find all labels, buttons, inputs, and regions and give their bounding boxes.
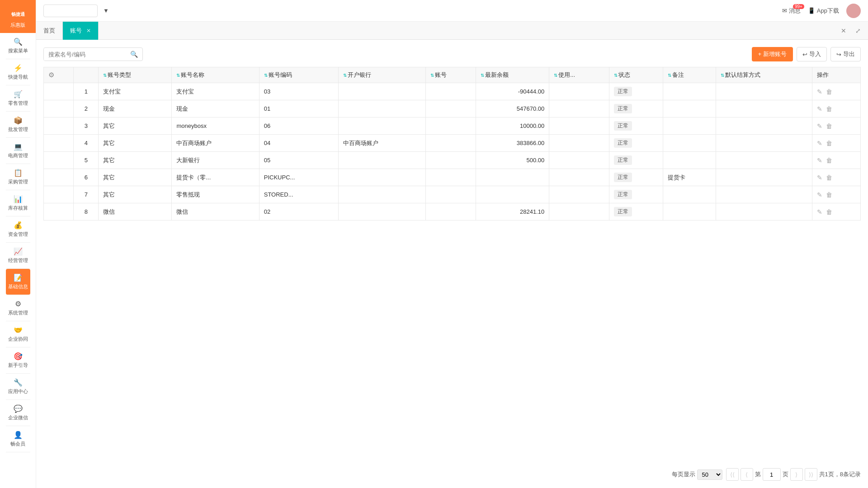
delete-icon[interactable]: 🗑 (826, 157, 832, 164)
delete-icon[interactable]: 🗑 (826, 191, 832, 198)
sidebar-item-shortcut[interactable]: ⚡ 快捷导航 (6, 59, 30, 85)
row-account (425, 152, 476, 169)
first-page-btn[interactable]: ⟨⟨ (726, 468, 739, 481)
status-badge: 正常 (614, 190, 632, 199)
edit-icon[interactable]: ✎ (817, 157, 822, 164)
sidebar-icon-wholesale: 📦 (14, 116, 23, 125)
delete-icon[interactable]: 🗑 (826, 88, 832, 95)
tab-account[interactable]: 账号✕ (63, 22, 99, 40)
header-search-input[interactable] (43, 5, 98, 17)
col-header-usage[interactable]: ⇅使用... (549, 67, 609, 83)
row-remark (663, 117, 716, 135)
col-header-name[interactable]: ⇅账号名称 (172, 67, 259, 83)
sidebar-item-guide[interactable]: 🎯 新手引导 (6, 347, 30, 374)
sidebar-icon-enterprise: 🤝 (14, 326, 23, 334)
row-index: 7 (74, 186, 99, 203)
col-header-default_settle[interactable]: ⇅默认结算方式 (716, 67, 812, 83)
sidebar-item-system[interactable]: ⚙ 系统管理 (6, 295, 30, 321)
last-page-btn[interactable]: ⟩⟩ (805, 468, 817, 481)
row-usage (549, 100, 609, 117)
sidebar-item-ecommerce[interactable]: 💻 电商管理 (6, 138, 30, 164)
tab-bar: 首页账号✕ ✕ ⤢ (36, 22, 868, 40)
dropdown-arrow: ▼ (103, 7, 109, 14)
row-actions: ✎ 🗑 (812, 169, 860, 186)
sidebar-icon-ecommerce: 💻 (14, 142, 23, 151)
tab-close-account[interactable]: ✕ (86, 28, 91, 34)
tab-home[interactable]: 首页 (36, 22, 63, 40)
search-button[interactable]: 🔍 (126, 48, 142, 61)
sort-icon-account: ⇅ (430, 73, 434, 78)
sidebar-item-basic[interactable]: 📝 基础信息 (6, 269, 30, 295)
row-code: 04 (259, 135, 338, 152)
table-settings-icon[interactable]: ⚙ (48, 71, 54, 79)
page-input[interactable] (763, 468, 781, 481)
row-bank (338, 186, 425, 203)
sidebar-item-finance[interactable]: 💰 资金管理 (6, 216, 30, 243)
row-name: 零售抵现 (172, 186, 259, 203)
col-header-account[interactable]: ⇅账号 (425, 67, 476, 83)
import-button[interactable]: ↩ 导入 (797, 47, 827, 61)
page-nav: ⟨⟨ ⟨ 第 页 ⟩ ⟩⟩ 共1页，8条记录 (726, 468, 861, 481)
sidebar-label-wechat: 企业微信 (8, 414, 28, 421)
edit-icon[interactable]: ✎ (817, 191, 822, 198)
sidebar-item-wechat[interactable]: 💬 企业微信 (6, 400, 30, 426)
export-button[interactable]: ↪ 导出 (830, 47, 861, 61)
next-page-btn[interactable]: ⟩ (790, 468, 803, 481)
row-index: 5 (74, 152, 99, 169)
sidebar-label-retail: 零售管理 (8, 100, 28, 107)
sidebar-item-retail[interactable]: 🛒 零售管理 (6, 85, 30, 112)
user-avatar[interactable] (846, 4, 861, 18)
col-header-remark[interactable]: ⇅备注 (663, 67, 716, 83)
row-usage (549, 169, 609, 186)
prev-page-btn[interactable]: ⟨ (741, 468, 753, 481)
page-size-dropdown[interactable]: 50 100 200 (697, 469, 722, 480)
sidebar-item-member[interactable]: 👤 畅会员 (6, 426, 30, 452)
sidebar: 畅捷通 乐惠版 🔍 搜索菜单 ⚡ 快捷导航 🛒 零售管理 📦 批发管理 💻 电商… (0, 0, 36, 488)
sidebar-item-purchase[interactable]: 📋 采购管理 (6, 164, 30, 190)
sidebar-item-wholesale[interactable]: 📦 批发管理 (6, 112, 30, 138)
col-header-type[interactable]: ⇅账号类型 (99, 67, 172, 83)
row-type: 现金 (99, 100, 172, 117)
row-remark: 提货卡 (663, 169, 716, 186)
sidebar-label-search: 搜索菜单 (8, 47, 28, 54)
sidebar-item-operation[interactable]: 📈 经营管理 (6, 243, 30, 269)
delete-icon[interactable]: 🗑 (826, 208, 832, 216)
delete-icon[interactable]: 🗑 (826, 140, 832, 147)
delete-icon[interactable]: 🗑 (826, 122, 832, 130)
tab-close-btn[interactable]: ✕ (837, 24, 850, 37)
col-header-status[interactable]: ⇅状态 (609, 67, 663, 83)
status-badge: 正常 (614, 121, 632, 131)
tab-label-account: 账号 (70, 27, 82, 35)
row-code: 02 (259, 203, 338, 221)
sidebar-item-enterprise[interactable]: 🤝 企业协同 (6, 321, 30, 347)
col-header-balance[interactable]: ⇅最新余额 (476, 67, 549, 83)
sidebar-item-app_center[interactable]: 🔧 应用中心 (6, 374, 30, 400)
table-row: 2现金现金01547670.00正常 ✎ 🗑 (44, 100, 861, 117)
edit-icon[interactable]: ✎ (817, 174, 822, 181)
row-account (425, 186, 476, 203)
col-header-bank[interactable]: ⇅开户银行 (338, 67, 425, 83)
row-name: moneybosx (172, 117, 259, 135)
tab-expand-btn[interactable]: ⤢ (852, 24, 864, 37)
row-settings (44, 169, 74, 186)
header-dropdown[interactable]: ▼ (103, 7, 109, 14)
row-usage (549, 203, 609, 221)
app-logo[interactable]: 畅捷通 乐惠版 (0, 0, 36, 33)
sidebar-icon-inventory: 📊 (14, 195, 23, 203)
add-account-button[interactable]: + 新增账号 (752, 47, 793, 61)
delete-icon[interactable]: 🗑 (826, 174, 832, 181)
edit-icon[interactable]: ✎ (817, 88, 822, 95)
app-download-button[interactable]: 📱 App下载 (808, 7, 839, 15)
notification-button[interactable]: ✉ 消息 99+ (782, 7, 801, 15)
edit-icon[interactable]: ✎ (817, 140, 822, 147)
edit-icon[interactable]: ✎ (817, 122, 822, 130)
sidebar-item-search[interactable]: 🔍 搜索菜单 (6, 33, 30, 59)
search-input[interactable] (44, 48, 126, 61)
row-index: 2 (74, 100, 99, 117)
edit-icon[interactable]: ✎ (817, 208, 822, 216)
col-header-code[interactable]: ⇅账号编码 (259, 67, 338, 83)
edit-icon[interactable]: ✎ (817, 105, 822, 113)
sidebar-item-inventory[interactable]: 📊 库存核算 (6, 190, 30, 216)
col-header-settings: ⚙ (44, 67, 74, 83)
delete-icon[interactable]: 🗑 (826, 105, 832, 113)
